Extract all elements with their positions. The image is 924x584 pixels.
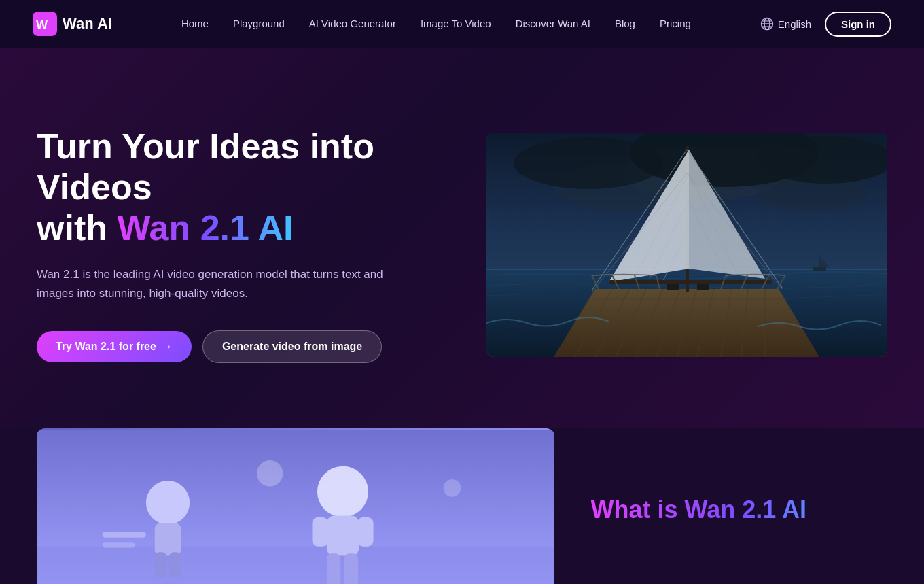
nav-links: Home Playground AI Video Generator Image… xyxy=(181,18,691,30)
nav-item-home[interactable]: Home xyxy=(181,18,209,30)
nav-right: English Sign in xyxy=(760,12,891,37)
hero-content: Turn Your Ideas into Videos with Wan 2.1… xyxy=(37,126,458,362)
svg-point-73 xyxy=(444,479,461,497)
svg-rect-67 xyxy=(327,516,359,556)
nav-item-image-to-video[interactable]: Image To Video xyxy=(421,18,491,30)
arrow-icon: → xyxy=(162,341,173,353)
lower-illustration xyxy=(37,428,554,584)
svg-rect-17 xyxy=(813,267,826,271)
svg-rect-45 xyxy=(609,280,772,284)
sailboat-illustration xyxy=(486,133,887,357)
hero-section: Turn Your Ideas into Videos with Wan 2.1… xyxy=(0,48,924,428)
globe-icon xyxy=(760,17,774,31)
nav-item-blog[interactable]: Blog xyxy=(615,18,635,30)
hero-buttons: Try Wan 2.1 for free → Generate video fr… xyxy=(37,330,458,363)
svg-point-66 xyxy=(317,466,368,517)
svg-rect-75 xyxy=(103,542,135,548)
svg-rect-63 xyxy=(155,523,181,555)
hero-title: Turn Your Ideas into Videos with Wan 2.1… xyxy=(37,126,458,248)
svg-rect-71 xyxy=(344,553,358,584)
try-free-button[interactable]: Try Wan 2.1 for free → xyxy=(37,331,192,362)
nav-item-playground[interactable]: Playground xyxy=(233,18,285,30)
nav-item-pricing[interactable]: Pricing xyxy=(660,18,691,30)
logo[interactable]: W Wan AI xyxy=(33,12,112,36)
svg-point-62 xyxy=(146,481,190,524)
svg-rect-61 xyxy=(37,547,554,584)
lower-section: What is Wan 2.1 AI xyxy=(0,428,924,584)
svg-rect-65 xyxy=(169,552,181,578)
svg-rect-70 xyxy=(327,553,340,584)
hero-image-container xyxy=(486,133,887,357)
hero-subtitle: Wan 2.1 is the leading AI video generati… xyxy=(37,265,404,303)
language-label: English xyxy=(778,18,811,30)
lower-section-title: What is Wan 2.1 AI xyxy=(591,496,887,524)
svg-rect-74 xyxy=(103,532,146,538)
logo-icon: W xyxy=(33,12,57,36)
hero-video-preview xyxy=(486,133,887,357)
svg-point-14 xyxy=(514,137,663,189)
navbar: W Wan AI Home Playground AI Video Genera… xyxy=(0,0,924,48)
svg-rect-58 xyxy=(697,284,709,290)
generate-from-image-button[interactable]: Generate video from image xyxy=(202,330,382,363)
svg-rect-69 xyxy=(357,517,374,547)
nav-item-discover-wan-ai[interactable]: Discover Wan AI xyxy=(516,18,590,30)
lower-right-content: What is Wan 2.1 AI xyxy=(554,428,924,584)
language-selector[interactable]: English xyxy=(760,17,811,31)
hero-title-highlight: Wan 2.1 AI xyxy=(117,208,293,247)
svg-rect-59 xyxy=(667,284,679,290)
signin-button[interactable]: Sign in xyxy=(825,12,891,37)
svg-rect-64 xyxy=(155,552,166,578)
logo-text: Wan AI xyxy=(63,15,112,33)
nav-item-ai-video-generator[interactable]: AI Video Generator xyxy=(309,18,396,30)
svg-point-72 xyxy=(257,460,283,487)
svg-rect-68 xyxy=(312,517,328,547)
svg-text:W: W xyxy=(36,18,48,32)
lower-illustration-svg xyxy=(37,428,554,584)
